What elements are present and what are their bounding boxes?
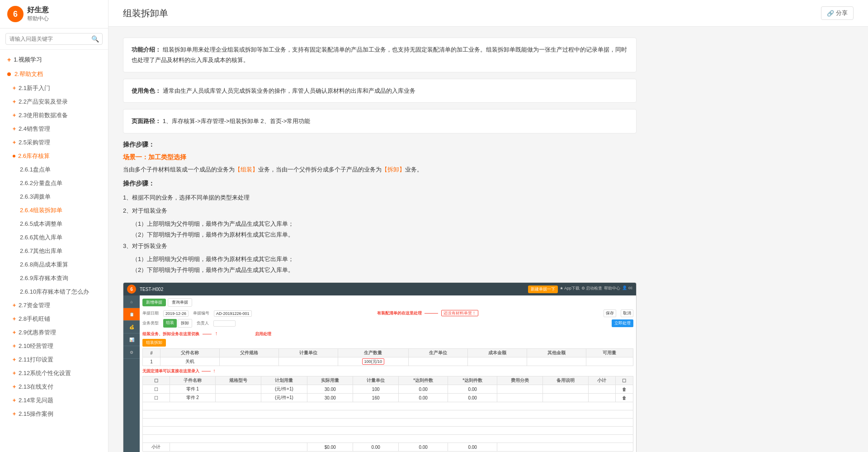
ss-child-col-spec: 规格型号 (215, 376, 261, 385)
ss-ann2-container: 组装业务、拆卸业务在这里切换 ↑ 启用处理 (142, 330, 633, 337)
sidebar-item-2-2[interactable]: + 2.2产品安装及登录 (13, 95, 108, 109)
ss-cell-punit (409, 357, 468, 366)
ss-empty-row5 (143, 419, 633, 427)
ss-header-icons: 新建单据一下 ★ App下载 ⚙ 启动检查 帮助中心 👤 cc (528, 285, 632, 293)
ss-foot-qty: $0.00 (307, 443, 353, 452)
ss-child-cell-avail2 (497, 394, 543, 402)
ss-col-other: 其他金额 (527, 349, 586, 357)
table-row: ☐ 零件 2 (元/件+1) 30.00 160 0.00 0.00 (143, 394, 633, 402)
sidebar-item-2-11[interactable]: + 2.11打印设置 (13, 353, 108, 366)
ss-topbar-id: TEST-H002 (140, 287, 163, 292)
ss-cell-avail (586, 357, 633, 366)
ss-empty-row6 (143, 427, 633, 435)
sidebar-item-2-4[interactable]: + 2.4销售管理 (13, 122, 108, 136)
ss-btn-save: 保存 (604, 309, 616, 317)
ss-child-cell-in2: 0.00 (399, 394, 448, 402)
ss-cell-spec (219, 357, 278, 366)
sidebar-item-2-6-5[interactable]: 2.6.5成本调整单 (20, 217, 108, 231)
ss-help: 帮助中心 (604, 285, 620, 293)
nav-group-docs: 2.帮助文档 + 2.1新手入门 + 2.2产品安装及登录 + 2.3使用前数据… (0, 67, 108, 421)
sidebar-item-2-13[interactable]: + 2.13在线支付 (13, 380, 108, 394)
sidebar-item-2-6-4[interactable]: 2.6.4组装拆卸单 (20, 204, 108, 217)
ss-empty-row7 (143, 435, 633, 443)
operations-title: 操作步骤： (123, 141, 637, 149)
expand-icon: + (7, 56, 11, 63)
sidebar-item-2-6-8[interactable]: 2.6.8商品成本重算 (20, 258, 108, 271)
ss-body: ⌂ 📋 💰 📊 ⚙ 新增单据 查询单据 (123, 295, 636, 452)
sidebar-item-2-6-3[interactable]: 2.6.3调拨单 (20, 190, 108, 204)
ss-foot-unit: 0.00 (353, 443, 399, 452)
sidebar-item-2-6-2[interactable]: 2.6.2分量盘点单 (20, 176, 108, 190)
ss-child-col-plan: 计划用量 (261, 376, 307, 385)
sidebar-item-2-6-1[interactable]: 2.6.1盘点单 (20, 163, 108, 176)
ss-app-tip: ★ App下载 (560, 285, 580, 293)
ss-child-col-extra: 小计 (589, 376, 616, 385)
ss-child-col-ops: 备用说明 (543, 376, 589, 385)
ss-arr2-line (203, 334, 212, 334)
ss-child-table: ☐ 子件名称 规格型号 计划用量 实际用量 计量单位 *达到件数 *达到件数 费 (142, 376, 633, 452)
nav-group-videos-title[interactable]: + 1.视频学习 (0, 52, 108, 67)
ss-col-unit: 计量单位 (278, 349, 338, 357)
ss-nav-icon-2: 📋 (123, 308, 140, 321)
sidebar-item-2-6-6[interactable]: 2.6.6其他入库单 (20, 231, 108, 244)
ss-child-cell-sub (589, 385, 616, 394)
nav-2-6-children: 2.6.1盘点单 2.6.2分量盘点单 2.6.3调拨单 2.6.4组装拆卸单 … (13, 163, 108, 299)
open-indicator (13, 155, 15, 157)
open-indicator (7, 72, 11, 76)
step1: 1、根据不同的业务，选择不同单据的类型来处理 (123, 192, 637, 204)
ss-child-cell-price2: 0.00 (448, 394, 497, 402)
ss-main-area: 新增单据 查询单据 单据日期 2019-12-26 单据编号 AD-201912… (140, 295, 636, 452)
ss-child-cell-del2: 🗑 (615, 394, 633, 402)
ss-child-col-del: ☐ (615, 376, 633, 385)
ss-child-cell-unit2: 160 (353, 394, 399, 402)
ss-section-label: 组装拆卸 (142, 339, 166, 347)
sidebar-item-2-6[interactable]: 2.6库存核算 (13, 149, 108, 163)
sidebar-item-2-15[interactable]: + 2.15操作案例 (13, 407, 108, 421)
expand-icon: + (13, 316, 16, 322)
step3-2: （2）下部明细为子件明细，最终作为产成品生成其它入库单。 (123, 265, 637, 276)
share-button[interactable]: 🔗 分享 (821, 6, 854, 20)
ss-left-nav: ⌂ 📋 💰 📊 ⚙ (123, 295, 140, 452)
ss-child-cell-name2: 零件 2 (170, 394, 215, 402)
sidebar-item-2-14[interactable]: + 2.14常见问题 (13, 394, 108, 407)
ss-child-cell-unit: 100 (353, 385, 399, 394)
logo-subtitle: 帮助中心 (27, 15, 49, 23)
ss-child-col-check: ☐ (143, 376, 170, 385)
ss-child-cell-check: ☐ (143, 385, 170, 394)
intro2-label: 使用角色： (132, 87, 161, 94)
ss-cell-other (527, 357, 586, 366)
ss-child-col-in: *达到件数 (399, 376, 448, 385)
sidebar-item-2-6-10[interactable]: 2.6.10库存账本错了怎么办 (20, 285, 108, 299)
share-icon: 🔗 (827, 10, 834, 17)
operations-section: 操作步骤： 场景一：加工类型选择 当由多个子件材料组装成一个成品的业务为【组装】… (123, 141, 637, 452)
expand-icon: + (13, 357, 16, 363)
intro1-text: 组装拆卸单用来处理企业组装或拆卸等加工业务，支持有固定装配清单的产品加工业务，也… (132, 46, 627, 63)
ss-col-punit: 生产单位 (409, 349, 468, 357)
ss-foot-in: 0.00 (399, 443, 448, 452)
sidebar-item-2-6-7[interactable]: 2.6.7其他出库单 (20, 244, 108, 258)
ss-form-row2: 业务类型 组装 拆卸 负责人 立即处理 (142, 319, 633, 328)
sidebar-item-2-5[interactable]: + 2.5采购管理 (13, 136, 108, 149)
sidebar-item-2-7[interactable]: + 2.7资金管理 (13, 299, 108, 312)
step2: 2、对于组装业务 (123, 205, 637, 217)
ss-col-num: # (143, 349, 160, 357)
intro1-label: 功能介绍： (132, 46, 161, 53)
nav-group-docs-title[interactable]: 2.帮助文档 (0, 67, 108, 81)
search-input[interactable] (5, 33, 103, 45)
sidebar-item-2-1[interactable]: + 2.1新手入门 (13, 81, 108, 95)
sidebar-item-2-10[interactable]: + 2.10经营管理 (13, 339, 108, 353)
nav-group-docs-label: 2.帮助文档 (14, 70, 43, 78)
ss-child-col-unit: 计量单位 (353, 376, 399, 385)
ss-header: 6 TEST-H002 新建单据一下 ★ App下载 ⚙ 启动检查 帮助中心 👤… (123, 283, 636, 295)
table-row (143, 435, 633, 443)
ss-field-date-value: 2019-12-26 (163, 310, 189, 317)
sidebar-item-2-9[interactable]: + 2.9优惠券管理 (13, 326, 108, 339)
sidebar-item-2-6-9[interactable]: 2.6.9库存账本查询 (20, 271, 108, 285)
sidebar-item-2-3[interactable]: + 2.3使用前数据准备 (13, 109, 108, 122)
expand-icon: + (13, 126, 16, 132)
sidebar-item-2-12[interactable]: + 2.12系统个性化设置 (13, 366, 108, 380)
sidebar-item-2-8[interactable]: + 2.8手机旺铺 (13, 312, 108, 326)
ss-type-assemble: 组装 (163, 319, 177, 328)
ss-user: 👤 cc (622, 285, 632, 293)
ss-arr2-arrow: ↑ (215, 330, 217, 337)
